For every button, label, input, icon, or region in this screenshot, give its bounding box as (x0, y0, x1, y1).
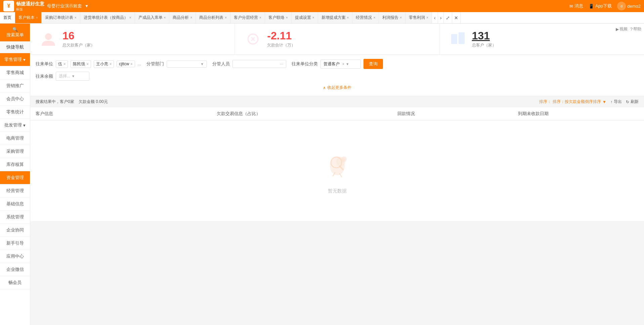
tab-nav-next[interactable]: › (438, 12, 444, 24)
tab-close-produce-in[interactable]: × (164, 16, 166, 20)
unit-type-clear[interactable]: × (342, 62, 344, 66)
tab-close-retail-profit[interactable]: × (426, 16, 428, 20)
sidebar-item-wholesale[interactable]: 批发管理 ▾ (0, 119, 30, 132)
sidebar-item-ecommerce[interactable]: 电商管理 (0, 132, 30, 145)
tab-business-status[interactable]: 经营情况 × (352, 12, 379, 24)
stat-icon-customers (38, 29, 58, 49)
tag-wu-remove[interactable]: × (63, 62, 66, 66)
tab-close-goods-analysis-list[interactable]: × (225, 16, 227, 20)
filter-more-tags[interactable]: ... (138, 62, 141, 66)
sidebar-item-basic-info[interactable]: 基础信息 (0, 197, 30, 211)
sidebar-quick-nav[interactable]: 快捷导航 (0, 41, 30, 53)
tab-close-purchase-stats[interactable]: × (129, 16, 131, 20)
sidebar-item-inventory[interactable]: 库存核算 (0, 158, 30, 171)
sidebar-search-label[interactable]: 搜索菜单 (0, 32, 30, 38)
stat-numbers-amount: -2.11 欠款合计（万） (267, 30, 431, 48)
logo-symbol: ¥ (7, 3, 10, 9)
export-label: 导出 (614, 99, 622, 105)
staff-filter-input[interactable]: ··· (232, 60, 286, 68)
refresh-btn[interactable]: ↻ 刷新 (626, 99, 639, 105)
tab-goods-analysis[interactable]: 商品分析 × (169, 12, 196, 24)
top-bar-left: ¥ 畅捷通好生意 标版 母婴行业演示账套 ▼ (3, 1, 89, 11)
tab-purchase-order[interactable]: 采购订单统计表 × (42, 12, 80, 24)
stat-help-links: ▶ 视频 ? 帮助 (616, 26, 641, 32)
tag-cjttcw-remove[interactable]: × (130, 62, 132, 66)
unit-type-select[interactable]: 普通客户 × ▼ (320, 60, 361, 69)
tag-chen[interactable]: 陈民强 × (71, 60, 91, 68)
data-table: 客户信息 欠款交易信息（占比） 回款情况 到期未收款日期 (30, 107, 644, 221)
sidebar-item-business-mgmt[interactable]: 经营管理 (0, 184, 30, 197)
tab-close-new-promotion[interactable]: × (347, 16, 349, 20)
tab-close-all[interactable]: ✕ (452, 12, 461, 24)
tab-new-promotion[interactable]: 新增提成方案 × (318, 12, 353, 24)
app-download-btn[interactable]: 📱 App下载 (589, 3, 612, 9)
collapse-btn[interactable]: ∧ 收起更多条件 (323, 85, 351, 91)
search-icon: 🔍 (12, 27, 18, 32)
account-dropdown[interactable]: 母婴行业演示账套 (47, 3, 82, 9)
sidebar-item-retail-mall[interactable]: 零售商城 (0, 66, 30, 79)
tab-customer-layer[interactable]: 客户分层经营 × (230, 12, 265, 24)
sidebar-item-enterprise-wechat[interactable]: 企业微信 (0, 263, 30, 276)
account-dropdown-arrow[interactable]: ▼ (85, 4, 89, 8)
sort-label: 排序： (539, 99, 551, 105)
tag-cjttcw[interactable]: cjttcw × (117, 61, 135, 67)
tab-close-promotion-settings[interactable]: × (312, 16, 314, 20)
sidebar-item-retail[interactable]: 零售管理 ▾ (0, 53, 30, 66)
dept-filter-select[interactable]: ▼ (167, 61, 207, 68)
tab-close-customer-contact[interactable]: × (286, 16, 288, 20)
balance-select[interactable]: 选择... ▼ (56, 72, 89, 81)
tab-restore[interactable]: ⤢ (444, 12, 452, 24)
tab-retail-profit[interactable]: 零售利润× (405, 12, 432, 24)
sidebar-item-newbie[interactable]: 新手引导 (0, 237, 30, 250)
tab-close-goods-analysis[interactable]: × (190, 16, 192, 20)
tab-close-purchase-order[interactable]: × (75, 16, 77, 20)
dept-select-arrow: ▼ (201, 62, 204, 66)
tab-close-customer-capital[interactable]: × (36, 16, 38, 20)
tab-customer-contact[interactable]: 客户联络 × (265, 12, 292, 24)
stat-big-overdue-amount: -2.11 (267, 30, 431, 41)
sidebar-item-marketing[interactable]: 营销推广 (0, 79, 30, 93)
staff-input-more[interactable]: ··· (280, 62, 283, 66)
search-button[interactable]: 查询 (363, 59, 383, 69)
chevron-right-icon: ▾ (23, 123, 26, 128)
sidebar-item-app-center[interactable]: 应用中心 (0, 250, 30, 263)
user-menu[interactable]: d demo2 (617, 2, 641, 10)
tab-profit-report[interactable]: 利润报告 × (379, 12, 405, 24)
tag-wang[interactable]: 王小亮 × (94, 60, 114, 68)
sidebar-item-enterprise[interactable]: 企业协同 (0, 224, 30, 237)
sidebar-item-member[interactable]: 会员中心 (0, 93, 30, 106)
tab-produce-in[interactable]: 产成品入库单 × (135, 12, 170, 24)
tab-goods-analysis-list[interactable]: 商品分析列表 × (196, 12, 230, 24)
stat-total-customers: 131 总客户（家） (440, 24, 644, 55)
top-bar: ¥ 畅捷通好生意 标版 母婴行业演示账套 ▼ ✉ 消息 📱 App下载 d de… (0, 0, 644, 12)
tag-wang-remove[interactable]: × (110, 62, 112, 66)
video-link[interactable]: ▶ 视频 (616, 26, 628, 32)
tab-close-business-status[interactable]: × (373, 16, 375, 20)
sidebar-item-finance[interactable]: 资金管理 (0, 171, 30, 184)
export-btn[interactable]: ↑ 导出 (610, 99, 622, 105)
tag-chen-remove[interactable]: × (86, 62, 88, 66)
filter-area: 往来单位 伍 × 陈民强 × 王小亮 × cjttcw × ... (30, 55, 644, 96)
tab-home[interactable]: 首页 (0, 12, 15, 24)
message-btn[interactable]: ✉ 消息 (569, 3, 583, 9)
tab-purchase-stats[interactable]: 进货单统计表（按商品）× (80, 12, 135, 24)
tab-customer-capital[interactable]: 客户账本 × (15, 12, 42, 24)
tab-promotion-settings[interactable]: 提成设置 × (292, 12, 318, 24)
sidebar: 🔍 搜索菜单 快捷导航 零售管理 ▾ 零售商城 营销推广 会员中心 零售统计 批… (0, 24, 30, 325)
logo-text: 畅捷通好生意 标版 (16, 1, 44, 11)
help-link[interactable]: ? 帮助 (630, 26, 641, 32)
sidebar-item-purchase[interactable]: 采购管理 (0, 145, 30, 158)
tag-wu[interactable]: 伍 × (56, 60, 68, 68)
sort-select[interactable]: 排序： 排序：按欠款金额倒序排序 ▼ (539, 99, 606, 105)
sidebar-item-retail-stats[interactable]: 零售统计 (0, 106, 30, 119)
empty-icon (322, 147, 352, 184)
tab-close-profit-report[interactable]: × (400, 16, 402, 20)
sidebar-item-vip[interactable]: 畅会员 (0, 276, 30, 289)
sidebar-search[interactable]: 🔍 搜索菜单 (0, 24, 30, 41)
sidebar-item-system[interactable]: 系统管理 (0, 211, 30, 224)
tab-bar: 首页 客户账本 × 采购订单统计表 × 进货单统计表（按商品）× 产成品入库单 … (0, 12, 644, 24)
sort-arrow: ▼ (602, 100, 606, 104)
tab-nav-prev[interactable]: ‹ (432, 12, 438, 24)
message-icon: ✉ (569, 4, 573, 9)
tab-close-customer-layer[interactable]: × (259, 16, 261, 20)
